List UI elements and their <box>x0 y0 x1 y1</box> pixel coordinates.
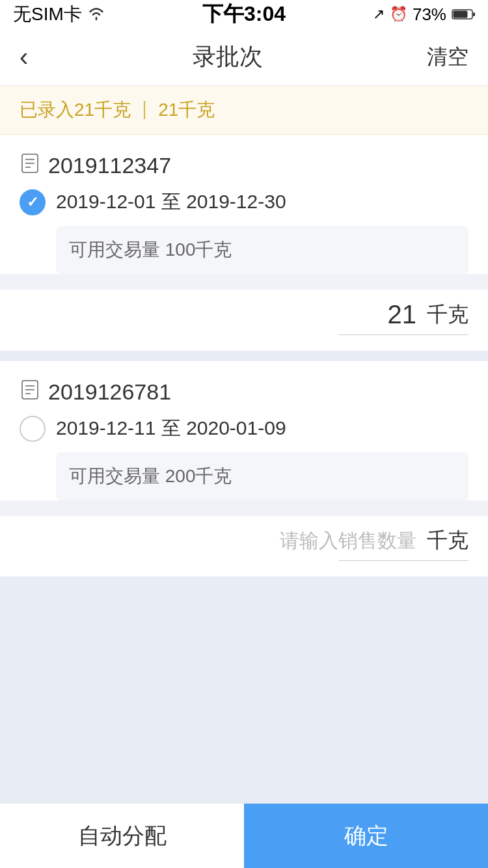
batch-2-id: 2019126781 <box>48 379 171 405</box>
svg-rect-1 <box>473 12 475 16</box>
clear-button[interactable]: 清空 <box>427 43 468 72</box>
batch-2-availability-text: 可用交易量 200千克 <box>69 466 232 486</box>
nav-bar: ‹ 录批次 清空 <box>0 29 488 86</box>
empty-area <box>0 576 488 837</box>
batch-2-radio[interactable] <box>20 416 46 442</box>
status-left: 无SIM卡 <box>13 2 105 27</box>
batch-1-quantity-wrapper: 21 千克 <box>0 290 488 351</box>
batch-1-quantity-unit: 千克 <box>427 301 468 329</box>
batch-1-date-row[interactable]: 2019-12-01 至 2019-12-30 <box>20 189 468 215</box>
batch-1-card: 2019112347 2019-12-01 至 2019-12-30 可用交易量… <box>0 135 488 274</box>
recorded-label: 已录入21千克 <box>20 98 131 122</box>
batch-2-availability: 可用交易量 200千克 <box>56 452 468 500</box>
bottom-bar: 自动分配 确定 <box>0 803 488 868</box>
batch-1-quantity-row: 21 千克 <box>0 290 488 329</box>
batch-2-input-wrapper: 请输入销售数量 千克 <box>0 516 488 576</box>
summary-banner: 已录入21千克 21千克 <box>0 86 488 135</box>
batch-1-availability: 可用交易量 100千克 <box>56 226 468 274</box>
batch-2-input-row: 请输入销售数量 千克 <box>0 516 488 555</box>
total-label: 21千克 <box>158 98 215 122</box>
status-bar: 无SIM卡 下午3:04 ↗ ⏰ 73% <box>0 0 488 29</box>
batch-2-input-unit: 千克 <box>427 526 468 555</box>
summary-divider <box>144 101 145 119</box>
status-right: ↗ ⏰ 73% <box>373 5 475 25</box>
batch-1-id: 2019112347 <box>48 153 171 178</box>
batch-2-icon <box>20 379 40 405</box>
location-icon: ↗ <box>373 6 385 23</box>
batch-1-header: 2019112347 <box>20 153 468 178</box>
battery-label: 73% <box>413 5 446 25</box>
confirm-button[interactable]: 确定 <box>244 804 488 868</box>
wifi-icon <box>87 4 105 25</box>
carrier-label: 无SIM卡 <box>13 2 82 27</box>
back-button[interactable]: ‹ <box>20 42 28 72</box>
batch-1-date: 2019-12-01 至 2019-12-30 <box>56 189 286 215</box>
batch-2-input-placeholder: 请输入销售数量 <box>280 528 416 554</box>
batch-2-date-row[interactable]: 2019-12-11 至 2020-01-09 <box>20 415 468 442</box>
batch-1-availability-text: 可用交易量 100千克 <box>69 239 232 260</box>
alarm-icon: ⏰ <box>390 6 407 23</box>
batch-2-header: 2019126781 <box>20 379 468 405</box>
batch-2-card: 2019126781 2019-12-11 至 2020-01-09 可用交易量… <box>0 361 488 500</box>
time-label: 下午3:04 <box>202 0 286 29</box>
batch-1-icon <box>20 153 40 178</box>
section-divider-1 <box>0 351 488 361</box>
batch-1-radio[interactable] <box>20 189 46 215</box>
auto-distribute-button[interactable]: 自动分配 <box>0 804 244 868</box>
page-title: 录批次 <box>193 41 263 73</box>
batch-2-date: 2019-12-11 至 2020-01-09 <box>56 415 286 442</box>
batch-1-quantity-value[interactable]: 21 <box>388 300 417 329</box>
battery-icon <box>452 5 475 25</box>
svg-rect-2 <box>454 10 468 18</box>
